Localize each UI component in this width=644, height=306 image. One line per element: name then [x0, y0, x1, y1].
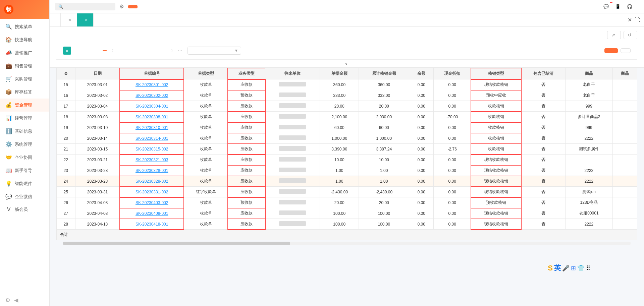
cell-unit: [265, 219, 320, 230]
col-biz-type: 业务类型: [228, 68, 265, 79]
code-link[interactable]: SK-20230314-001: [136, 136, 168, 141]
cell-bill-type: 收款单: [184, 155, 228, 165]
expand-more-btn[interactable]: ∨: [56, 60, 637, 67]
refresh-btn[interactable]: ↺: [624, 31, 637, 39]
tab-prepaid-close[interactable]: ✕: [68, 18, 71, 22]
maximize-icon[interactable]: ⛶: [635, 17, 640, 23]
query-btn[interactable]: [604, 48, 618, 53]
cell-balance: 0.00: [409, 144, 434, 155]
col-settings[interactable]: ⚙: [57, 68, 75, 79]
cell-biz-type: 应收款: [228, 112, 265, 122]
cell-product1: 测试jun: [565, 187, 613, 197]
collapse-icon[interactable]: ◀: [14, 297, 18, 303]
sidebar-item-hardware[interactable]: 💡智能硬件: [0, 177, 49, 190]
tab-collection-close[interactable]: ✕: [85, 18, 88, 22]
code-link[interactable]: SK-20230310-001: [136, 125, 168, 130]
tab-collection[interactable]: ✕: [77, 13, 94, 26]
sidebar-item-inventory[interactable]: 📦库存核算: [0, 85, 49, 99]
close-tab-icon[interactable]: ✕: [628, 17, 632, 23]
table-scrollbar[interactable]: [63, 242, 631, 245]
sidebar-item-shortcut[interactable]: 🏠快捷导航: [0, 33, 49, 46]
search-icon: 🔍: [58, 4, 63, 9]
code-link[interactable]: SK-20230328-001: [136, 168, 168, 173]
cell-biz-type: 预收款: [228, 90, 265, 101]
cell-cumulative: 2,030.00: [359, 112, 409, 122]
messages-btn[interactable]: 💬: [603, 4, 610, 9]
filter-date-lastmonth[interactable]: [79, 50, 82, 51]
sidebar-logo: 畅: [0, 0, 49, 19]
cell-product2: [613, 144, 637, 155]
sidebar-item-sales[interactable]: 💼销售管理: [0, 59, 49, 72]
code-link[interactable]: SK-20230315-002: [136, 147, 168, 151]
code-link[interactable]: SK-20230403-002: [136, 200, 168, 205]
code-link[interactable]: SK-20230304-001: [136, 104, 168, 109]
cell-date: 2023-03-15: [75, 144, 120, 155]
cell-balance: 0.00: [409, 101, 434, 112]
industry-btn[interactable]: [128, 5, 138, 8]
sidebar-item-corp[interactable]: 🤝企业协同: [0, 151, 49, 164]
code-link[interactable]: SK-20230408-001: [136, 211, 168, 216]
table-row: 23 2023-03-28 SK-20230328-001 收款单 应收款 1.…: [57, 165, 637, 176]
search-input[interactable]: 🔍: [55, 3, 115, 10]
col-amount: 单据金额: [320, 68, 359, 79]
filter-unit[interactable]: [112, 49, 172, 52]
filter-type[interactable]: ▼: [187, 47, 241, 55]
sidebar-item-system[interactable]: ⚙️系统管理: [0, 138, 49, 151]
cell-cumulative: 1.00: [359, 176, 409, 187]
management-icon: 📊: [5, 115, 12, 121]
cell-code: SK-20230418-001: [120, 219, 184, 230]
col-discount: 现金折扣: [434, 68, 471, 79]
filter-date-more[interactable]: [98, 50, 101, 51]
cell-product1: 2222: [565, 165, 613, 176]
filter-date-thismonth[interactable]: [84, 50, 87, 51]
settings-btn[interactable]: [621, 48, 631, 53]
cell-discount: 0.00: [434, 176, 471, 187]
filter-date-7days[interactable]: [93, 50, 96, 51]
code-link[interactable]: SK-20230331-002: [136, 190, 168, 194]
sidebar-item-wechat[interactable]: 💬企业微信: [0, 190, 49, 203]
service-btn[interactable]: 🎧: [627, 4, 633, 9]
sidebar-item-label: 库存核算: [15, 89, 32, 95]
filter-date-custom[interactable]: [103, 50, 107, 51]
cell-date: 2023-03-28: [75, 165, 120, 176]
settings-icon[interactable]: ⚙: [5, 297, 10, 303]
table-row: 15 2023-03-01 SK-20230301-002 收款单 应收款 36…: [57, 79, 637, 90]
code-link[interactable]: SK-20230418-001: [136, 222, 168, 227]
code-link[interactable]: SK-20230328-002: [136, 179, 168, 184]
cell-verify-type: 预收款核销: [471, 197, 521, 208]
filter-date-thisyear[interactable]: [89, 50, 91, 51]
sidebar-item-management[interactable]: 📊经营管理: [0, 112, 49, 125]
cell-verify-type: 现结收款核销: [471, 79, 521, 90]
settings-gear-icon[interactable]: ⚙: [118, 3, 125, 10]
cell-balance: 0.00: [409, 208, 434, 219]
cell-biz-type: 应收款: [228, 101, 265, 112]
cell-product1: 2222: [565, 176, 613, 187]
sidebar-item-finance[interactable]: 💰资金管理: [0, 99, 49, 112]
tab-home[interactable]: [50, 13, 61, 26]
basic-icon: ℹ️: [5, 128, 12, 134]
sidebar-item-label: 销售管理: [15, 63, 32, 69]
messages-badge: [610, 2, 612, 3]
sidebar-item-member[interactable]: V畅会员: [0, 203, 49, 216]
filter-expand-arrow[interactable]: »: [63, 47, 71, 55]
app-download-btn[interactable]: 📱: [615, 4, 622, 9]
sidebar-item-marketing[interactable]: 📣营销推广: [0, 46, 49, 59]
col-verify-type: 核销类型: [471, 68, 521, 79]
cell-product2: [613, 155, 637, 165]
cell-cumulative: 20.00: [359, 101, 409, 112]
code-link[interactable]: SK-20230308-001: [136, 115, 168, 119]
cell-balance: 0.00: [409, 90, 434, 101]
sidebar-item-guide[interactable]: 📖新手引导: [0, 164, 49, 177]
export-btn[interactable]: ↗: [607, 31, 621, 39]
sidebar-item-purchase[interactable]: 🛒采购管理: [0, 72, 49, 85]
cell-include-settled: 否: [521, 122, 565, 133]
code-link[interactable]: SK-20230321-003: [136, 158, 168, 162]
code-link[interactable]: SK-20230301-002: [136, 82, 168, 87]
code-link[interactable]: SK-20230302-002: [136, 93, 168, 98]
col-product1: 商品: [565, 68, 613, 79]
sidebar-item-search[interactable]: 🔍搜索菜单: [0, 20, 49, 33]
cell-unit: [265, 208, 320, 219]
table-footer-label: 合计: [57, 230, 637, 240]
sidebar-item-basic[interactable]: ℹ️基础信息: [0, 125, 49, 138]
tab-prepaid[interactable]: ✕: [61, 13, 77, 26]
